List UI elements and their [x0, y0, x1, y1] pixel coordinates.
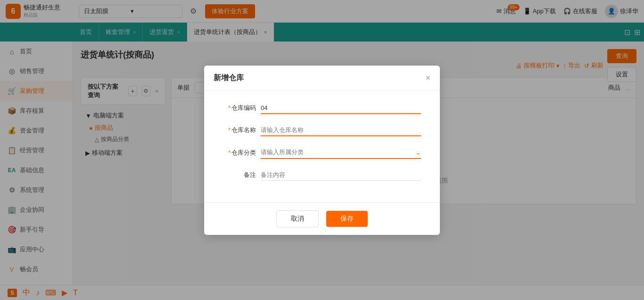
- dialog-body: 仓库编码 仓库名称 仓库分类 ⌄ 备注: [204, 91, 440, 202]
- code-label: 仓库编码: [223, 104, 261, 112]
- note-input[interactable]: [261, 169, 421, 181]
- name-label: 仓库名称: [223, 126, 261, 134]
- dialog-overlay[interactable]: 新增仓库 × 仓库编码 仓库名称 仓库分类 ⌄: [0, 0, 644, 300]
- code-input[interactable]: [261, 102, 421, 114]
- form-row-category: 仓库分类 ⌄: [223, 147, 421, 159]
- note-label: 备注: [223, 171, 261, 179]
- form-row-code: 仓库编码: [223, 102, 421, 114]
- cancel-button[interactable]: 取消: [276, 210, 319, 227]
- category-dropdown-icon[interactable]: ⌄: [415, 149, 421, 156]
- form-row-note: 备注: [223, 169, 421, 181]
- dialog-footer: 取消 保存: [204, 202, 440, 235]
- save-button[interactable]: 保存: [326, 211, 368, 227]
- new-warehouse-dialog: 新增仓库 × 仓库编码 仓库名称 仓库分类 ⌄: [204, 66, 440, 235]
- dialog-title: 新增仓库: [214, 73, 244, 83]
- form-row-name: 仓库名称: [223, 125, 421, 136]
- category-label: 仓库分类: [223, 149, 261, 157]
- dialog-close-button[interactable]: ×: [425, 73, 430, 83]
- category-select[interactable]: ⌄: [261, 147, 421, 159]
- category-input[interactable]: [261, 149, 415, 156]
- dialog-header: 新增仓库 ×: [204, 66, 440, 91]
- name-input[interactable]: [261, 125, 421, 136]
